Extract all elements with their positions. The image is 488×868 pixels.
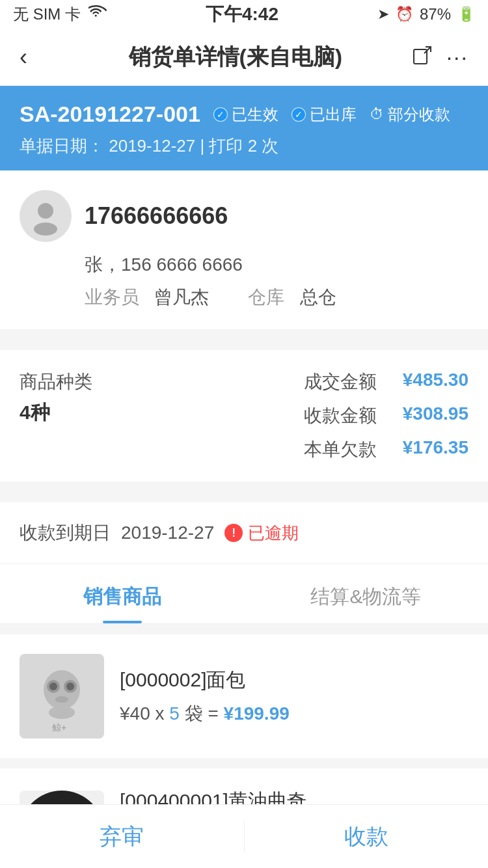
bottom-bar: 弃审 收款 — [0, 804, 488, 868]
product-qty: 5 — [169, 703, 180, 724]
tab-sales-products[interactable]: 销售商品 — [0, 564, 244, 623]
tabs-section: 销售商品 结算&物流等 — [0, 564, 488, 624]
overdue-text: 已逾期 — [248, 522, 299, 545]
svg-point-2 — [34, 223, 57, 236]
product-info: [0000002]面包 ¥40 x 5 袋 = ¥199.99 — [120, 667, 468, 726]
product-thumbnail: 鲸+ — [20, 654, 104, 739]
product-item: 鲸+ [0000002]面包 ¥40 x 5 袋 = ¥199.99 — [0, 634, 488, 758]
order-date-label: 单据日期： — [20, 136, 104, 156]
overdue-badge: ! 已逾期 — [224, 522, 299, 545]
order-header: SA-20191227-001 ✓ 已生效 ✓ 已出库 ⏱ 部分收款 单据日期：… — [0, 86, 488, 170]
collect-payment-button[interactable]: 收款 — [245, 809, 489, 865]
location-icon: ➤ — [377, 6, 389, 23]
received-label: 收款金额 — [304, 403, 377, 428]
staff-warehouse-row: 业务员 曾凡杰 仓库 总仓 — [20, 285, 468, 310]
received-value: ¥308.95 — [403, 403, 468, 428]
wifi-icon — [88, 5, 107, 23]
due-date-value: 2019-12-27 — [121, 522, 214, 543]
status-time: 下午4:42 — [206, 2, 278, 27]
tab-settlement[interactable]: 结算&物流等 — [244, 564, 488, 623]
order-id: SA-20191227-001 — [20, 102, 200, 127]
svg-point-9 — [55, 696, 68, 703]
product-name: [0000002]面包 — [120, 667, 468, 694]
due-date-label: 收款到期日 — [20, 521, 111, 545]
status-partial: ⏱ 部分收款 — [370, 104, 450, 125]
alarm-icon: ⏰ — [396, 6, 413, 23]
status-effective: ✓ 已生效 — [213, 104, 278, 125]
debt-value: ¥176.35 — [403, 437, 468, 462]
more-icon[interactable]: ··· — [446, 44, 468, 70]
svg-point-10 — [49, 706, 75, 719]
due-date-section: 收款到期日 2019-12-27 ! 已逾期 — [0, 502, 488, 564]
abandon-review-button[interactable]: 弃审 — [0, 809, 244, 865]
svg-point-8 — [66, 683, 74, 690]
print-info: | 打印 2 次 — [200, 136, 278, 156]
svg-rect-0 — [414, 49, 427, 64]
order-date: 2019-12-27 — [109, 136, 195, 156]
amount-value: ¥485.30 — [403, 370, 468, 394]
product-type-label: 商品种类 — [20, 370, 92, 394]
battery-icon: 🔋 — [457, 6, 475, 23]
customer-phone: 17666666666 — [85, 202, 228, 230]
amount-label: 成交金额 — [304, 370, 377, 394]
page-title: 销货单详情(来自电脑) — [59, 42, 413, 72]
status-bar: 无 SIM 卡 下午4:42 ➤ ⏰ 87% 🔋 — [0, 0, 488, 29]
overdue-circle-icon: ! — [224, 524, 243, 542]
product-total: ¥199.99 — [224, 703, 290, 724]
customer-name-row: 张，156 6666 6666 — [20, 252, 468, 277]
back-button[interactable]: ‹ — [20, 44, 59, 71]
customer-section: 17666666666 张，156 6666 6666 业务员 曾凡杰 仓库 总… — [0, 170, 488, 329]
svg-point-7 — [49, 683, 57, 690]
status-shipped: ✓ 已出库 — [291, 104, 357, 125]
carrier-text: 无 SIM 卡 — [13, 4, 81, 25]
debt-label: 本单欠款 — [304, 437, 377, 462]
nav-bar: ‹ 销货单详情(来自电脑) ··· — [0, 29, 488, 86]
avatar — [20, 190, 72, 242]
product-price-row: ¥40 x 5 袋 = ¥199.99 — [120, 701, 468, 726]
svg-point-1 — [38, 203, 53, 219]
battery-text: 87% — [420, 5, 451, 23]
stats-section: 商品种类 4种 成交金额 ¥485.30 收款金额 ¥308.95 本单欠款 ¥… — [0, 350, 488, 481]
svg-text:鲸+: 鲸+ — [52, 722, 66, 733]
share-icon[interactable] — [413, 44, 433, 70]
product-type-value: 4种 — [20, 400, 92, 426]
